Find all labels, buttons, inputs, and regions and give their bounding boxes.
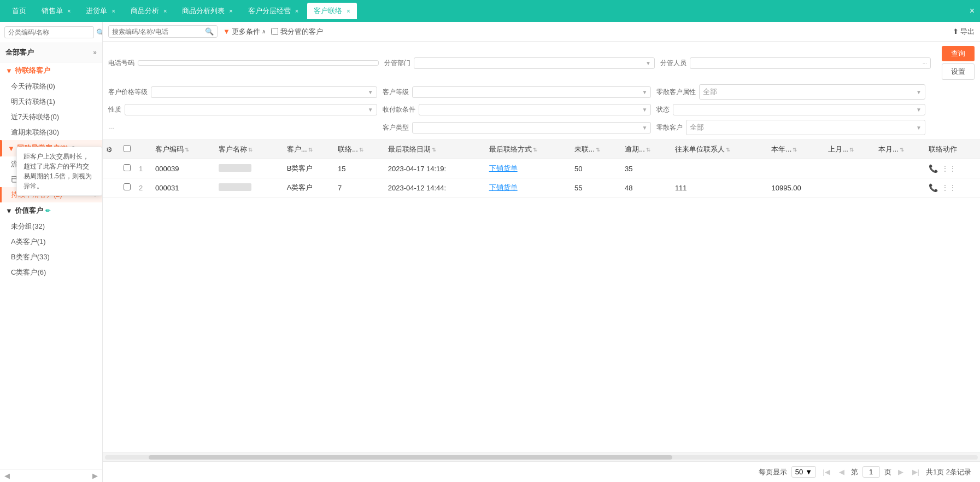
search-icon[interactable]: 🔍 (205, 27, 214, 36)
retail-customer-select[interactable]: 全部 ▼ (686, 120, 925, 135)
scrollbar-track[interactable] (105, 455, 978, 460)
horizontal-scrollbar[interactable] (103, 452, 980, 461)
my-customers-checkbox-wrap[interactable]: 我分管的客户 (271, 27, 323, 37)
row2-name[interactable] (215, 178, 284, 198)
close-product-analysis-tab[interactable]: × (163, 8, 167, 14)
nav-tab-sales[interactable]: 销售单 × (35, 3, 77, 19)
nav-tab-product-list[interactable]: 商品分析列表 × (175, 3, 239, 19)
sidebar-item-a-class[interactable]: A类客户(1) (0, 234, 102, 249)
my-customers-checkbox[interactable] (271, 28, 278, 35)
all-customers-header[interactable]: 全部客户 » (0, 43, 102, 62)
page-input[interactable] (862, 466, 880, 478)
row2-last-way[interactable]: 下销货单 (486, 178, 571, 198)
prev-page-btn[interactable]: ◀ (837, 467, 847, 477)
phone-label: 电话号码 (108, 59, 134, 68)
customer-type-select[interactable]: ▼ (412, 122, 652, 133)
nav-tab-purchase[interactable]: 进货单 × (79, 3, 121, 19)
row2-code: 000031 (152, 178, 215, 198)
dept-select[interactable]: ▼ (414, 57, 655, 69)
manager-select[interactable]: ··· (690, 57, 931, 69)
all-customers-label: 全部客户 (5, 48, 34, 57)
sidebar-item-7days[interactable]: 近7天待联络(0) (0, 109, 102, 125)
sidebar-group-pending[interactable]: ▼ 待联络客户 (0, 62, 102, 79)
scrollbar-thumb[interactable] (149, 455, 672, 460)
filter-more: ··· (108, 124, 377, 132)
th-this-year[interactable]: 本年...⇅ (768, 140, 825, 159)
customer-grade-arrow: ▼ (642, 89, 647, 95)
collapse-sidebar-btn[interactable]: » (93, 49, 97, 56)
nature-select[interactable]: ▼ (125, 104, 377, 115)
th-this-month[interactable]: 本月...⇅ (875, 140, 925, 159)
check-all[interactable] (124, 145, 131, 152)
phone-select[interactable] (138, 60, 379, 66)
nav-tab-customer-contact[interactable]: 客户联络 × (307, 3, 356, 19)
close-sales-tab[interactable]: × (67, 8, 71, 14)
more-conditions-btn[interactable]: ▼ 更多条件 ∧ (223, 27, 266, 37)
sidebar-item-overdue[interactable]: 逾期未联络(30) (0, 125, 102, 140)
search-input[interactable] (112, 28, 203, 36)
th-contact[interactable]: 联络...⇅ (335, 140, 385, 159)
row1-name[interactable] (215, 159, 284, 178)
price-grade-select[interactable]: ▼ (151, 86, 377, 98)
customer-grade-select[interactable]: ▼ (412, 86, 652, 98)
sidebar-group-value[interactable]: ▼ 价值客户 ✏ (0, 202, 102, 219)
nav-tab-customer-tier[interactable]: 客户分层经营 × (242, 3, 305, 19)
th-last-month[interactable]: 上月...⇅ (825, 140, 875, 159)
edit-value-group-icon[interactable]: ✏ (45, 207, 50, 214)
sidebar-search-icon[interactable]: 🔍 (96, 28, 103, 37)
close-customer-contact-tab[interactable]: × (347, 8, 350, 14)
th-unit-contact[interactable]: 往来单位联系人⇅ (672, 140, 768, 159)
sidebar-scroll-right[interactable]: ▶ (92, 472, 98, 480)
th-last-date[interactable]: 最后联络日期⇅ (385, 140, 486, 159)
sidebar-scroll-left[interactable]: ◀ (4, 472, 10, 480)
th-last-way[interactable]: 最后联络方式⇅ (486, 140, 571, 159)
close-all-tabs[interactable]: × (970, 6, 975, 16)
row2-phone-icon[interactable]: 📞 (929, 183, 938, 192)
row1-more-icon[interactable]: ⋮⋮ (941, 164, 956, 173)
sidebar-item-b-class[interactable]: B类客户(33) (0, 249, 102, 265)
th-overdue[interactable]: 逾期...⇅ (621, 140, 672, 159)
sidebar-item-today[interactable]: 今天待联络(0) (0, 79, 102, 94)
set-button[interactable]: 设置 (942, 63, 975, 80)
row2-type: A类客户 (284, 178, 335, 198)
retail-attr-select[interactable]: 全部 ▼ (699, 84, 925, 100)
nav-tab-product-analysis[interactable]: 商品分析 × (124, 3, 173, 19)
sidebar-search-input[interactable] (4, 26, 94, 38)
row1-phone-icon[interactable]: 📞 (929, 164, 938, 173)
sidebar-item-c-class[interactable]: C类客户(6) (0, 265, 102, 280)
row2-check[interactable] (120, 178, 136, 198)
close-purchase-tab[interactable]: × (112, 8, 115, 14)
per-page-select[interactable]: 50 ▼ (791, 466, 816, 478)
status-select[interactable]: ▼ (673, 104, 925, 115)
th-code[interactable]: 客户编码⇅ (152, 140, 215, 159)
th-no-contact[interactable]: 未联...⇅ (571, 140, 621, 159)
filter-price-grade: 客户价格等级 ▼ (108, 86, 377, 98)
th-gear[interactable]: ⚙ (103, 140, 120, 159)
close-product-list-tab[interactable]: × (229, 8, 232, 14)
last-page-btn[interactable]: ▶| (910, 467, 922, 477)
sidebar-item-ungrouped[interactable]: 未分组(32) (0, 219, 102, 234)
next-page-btn[interactable]: ▶ (896, 467, 906, 477)
row1-no-contact: 50 (571, 159, 621, 178)
status-arrow: ▼ (916, 107, 922, 113)
nav-tab-home[interactable]: 首页 (5, 3, 33, 19)
th-check[interactable] (120, 140, 136, 159)
th-name[interactable]: 客户名称⇅ (215, 140, 284, 159)
payment-select[interactable]: ▼ (419, 104, 652, 115)
row1-check[interactable] (120, 159, 136, 178)
close-customer-tier-tab[interactable]: × (295, 8, 298, 14)
sidebar-item-tomorrow[interactable]: 明天待联络(1) (0, 94, 102, 109)
more-filters-btn[interactable]: ··· (108, 124, 114, 132)
filter-manager: 分管人员 ··· (660, 57, 931, 69)
row1-last-way[interactable]: 下销货单 (486, 159, 571, 178)
first-page-btn[interactable]: |◀ (820, 467, 832, 477)
th-type[interactable]: 客户...⇅ (284, 140, 335, 159)
filter-nature: 性质 ▼ (108, 104, 377, 115)
pagination-bar: 每页显示 50 ▼ |◀ ◀ 第 页 ▶ ▶| 共1页 2条记录 (103, 461, 980, 482)
row2-more-icon[interactable]: ⋮⋮ (941, 183, 956, 192)
query-button[interactable]: 查询 (942, 46, 975, 61)
export-button[interactable]: ⬆ 导出 (953, 27, 975, 37)
filter-action-buttons: 查询 设置 (942, 46, 975, 80)
table-header: ⚙ 客户编码⇅ 客户名称⇅ 客户...⇅ 联络...⇅ 最后联络日期⇅ 最后联络… (103, 140, 980, 159)
customer-table-wrap: ⚙ 客户编码⇅ 客户名称⇅ 客户...⇅ 联络...⇅ 最后联络日期⇅ 最后联络… (103, 140, 980, 452)
